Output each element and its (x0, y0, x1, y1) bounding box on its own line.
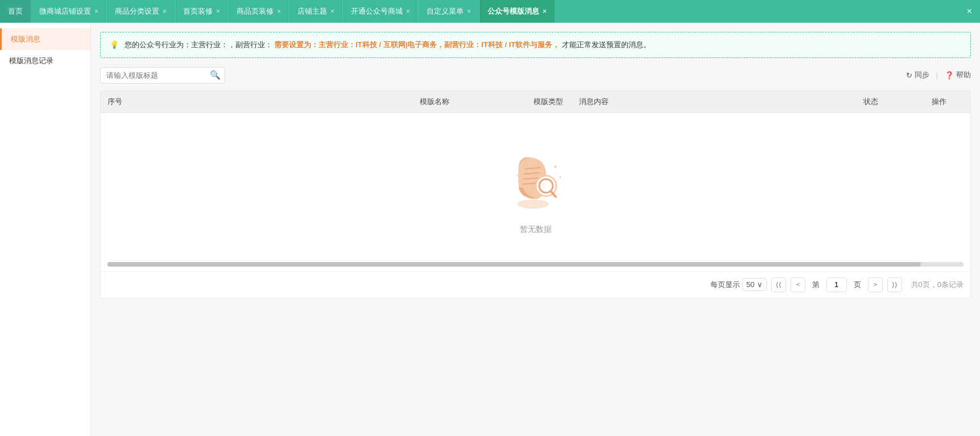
search-input[interactable] (100, 67, 225, 84)
search-left: 🔍 (100, 67, 225, 84)
nav-tab-open-wechat[interactable]: 开通公众号商城 × (343, 0, 419, 23)
top-nav: 首页 微商城店铺设置 × 商品分类设置 × 首页装修 × 商品页装修 × 店铺主… (0, 0, 980, 23)
sync-button[interactable]: ↻ 同步 (906, 70, 929, 80)
prev-page-button[interactable]: ＜ (791, 277, 805, 292)
chevron-down-icon: ∨ (757, 280, 763, 289)
main-layout: 模版消息 模版消息记录 💡 您的公众号行业为：主营行业：，副营行业： 需要设置为… (0, 23, 980, 436)
horizontal-scrollbar[interactable] (107, 262, 964, 267)
table-header-row: 序号 模版名称 模版类型 消息内容 状态 操作 (101, 91, 970, 113)
close-icon[interactable]: × (277, 7, 281, 15)
close-icon[interactable]: × (467, 7, 471, 15)
divider: | (936, 71, 938, 80)
pagination: 每页显示 50 ∨ ⟨⟨ ＜ 第 页 ＞ ⟩⟩ 共0页，0条记录 (101, 271, 970, 298)
empty-illustration: ✦ ✦ ✦ (502, 147, 570, 215)
page-size-dropdown[interactable]: 50 ∨ (742, 278, 766, 291)
nav-tab-custom-menu[interactable]: 自定义菜单 × (419, 0, 479, 23)
lightbulb-icon: 💡 (110, 40, 119, 49)
close-icon[interactable]: × (406, 7, 410, 15)
total-info: 共0页，0条记录 (911, 280, 964, 290)
empty-row: ✦ ✦ ✦ 暂无数据 (101, 113, 970, 258)
first-page-button[interactable]: ⟨⟨ (771, 277, 786, 292)
sidebar-item-template-msg[interactable]: 模版消息 (0, 28, 90, 50)
last-page-button[interactable]: ⟩⟩ (887, 277, 902, 292)
nav-tab-category-settings[interactable]: 商品分类设置 × (107, 0, 175, 23)
table-wrap: 序号 模版名称 模版类型 消息内容 状态 操作 (100, 90, 971, 298)
col-content: 消息内容 (572, 91, 857, 113)
col-type: 模版类型 (527, 91, 572, 113)
nav-tab-template-msg[interactable]: 公众号模版消息 × (479, 0, 555, 23)
empty-text: 暂无数据 (520, 225, 552, 235)
svg-point-0 (517, 200, 549, 209)
svg-text:✦: ✦ (516, 174, 519, 177)
close-icon[interactable]: × (94, 7, 98, 15)
close-all-button[interactable]: × (959, 6, 980, 16)
svg-text:✦: ✦ (553, 164, 557, 170)
nav-tab-product-decor[interactable]: 商品页装修 × (229, 0, 290, 23)
help-button[interactable]: ❓ 帮助 (945, 70, 971, 80)
refresh-icon: ↻ (906, 71, 912, 80)
nav-tab-theme[interactable]: 店铺主题 × (290, 0, 343, 23)
close-icon[interactable]: × (163, 7, 167, 15)
col-status: 状态 (857, 91, 925, 113)
scrollbar-thumb[interactable] (107, 262, 921, 267)
close-icon[interactable]: × (330, 7, 334, 15)
close-icon[interactable]: × (543, 7, 547, 15)
col-index: 序号 (101, 91, 413, 113)
notice-banner: 💡 您的公众号行业为：主营行业：，副营行业： 需要设置为：主营行业：IT科技 /… (100, 32, 971, 58)
search-icon[interactable]: 🔍 (210, 70, 221, 80)
next-page-button[interactable]: ＞ (868, 277, 883, 292)
close-icon[interactable]: × (216, 7, 220, 15)
search-right: ↻ 同步 | ❓ 帮助 (906, 70, 971, 80)
help-icon: ❓ (945, 71, 954, 80)
nav-tab-home-decor[interactable]: 首页装修 × (175, 0, 229, 23)
sidebar: 模版消息 模版消息记录 (0, 23, 91, 436)
page-size-selector: 每页显示 50 ∨ (710, 278, 766, 291)
search-bar: 🔍 ↻ 同步 | ❓ 帮助 (100, 67, 971, 84)
sidebar-item-template-msg-record[interactable]: 模版消息记录 (0, 50, 90, 72)
search-input-wrap: 🔍 (100, 67, 225, 84)
nav-tab-home[interactable]: 首页 (0, 0, 31, 23)
col-name: 模版名称 (413, 91, 527, 113)
svg-text:✦: ✦ (559, 175, 562, 179)
page-number-input[interactable] (826, 277, 847, 292)
col-action: 操作 (925, 91, 970, 113)
nav-tab-shop-settings[interactable]: 微商城店铺设置 × (31, 0, 107, 23)
template-table: 序号 模版名称 模版类型 消息内容 状态 操作 (101, 91, 970, 258)
empty-state: ✦ ✦ ✦ 暂无数据 (101, 113, 970, 258)
content-area: 💡 您的公众号行业为：主营行业：，副营行业： 需要设置为：主营行业：IT科技 /… (91, 23, 980, 436)
